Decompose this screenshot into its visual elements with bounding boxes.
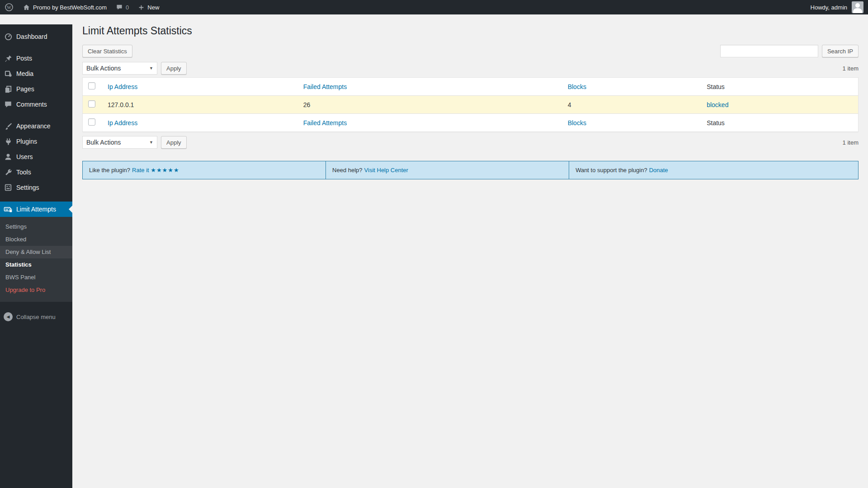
footer-checkbox-cell [83, 114, 104, 132]
cell-failed-attempts: 26 [299, 96, 563, 114]
submenu-item-blocked[interactable]: Blocked [0, 233, 72, 246]
sort-ip-address-link[interactable]: Ip Address [108, 83, 137, 90]
site-name-link[interactable]: Promo by BestWebSoft.com [18, 0, 111, 14]
admin-menu: Dashboard Posts Media Pages [0, 24, 72, 324]
home-icon [23, 4, 30, 11]
my-account-menu[interactable]: Howdy, admin [806, 0, 868, 14]
sidebar-item-label: Pages [16, 85, 34, 93]
apply-button-bottom[interactable]: Apply [161, 136, 187, 149]
avatar [852, 1, 863, 13]
sidebar-item-label: Media [16, 70, 33, 77]
submenu-item-statistics[interactable]: Statistics [0, 258, 72, 271]
admin-bar-left: W Promo by BestWebSoft.com 0 New [0, 0, 164, 14]
submenu-item-upgrade-to-pro[interactable]: Upgrade to Pro [0, 284, 72, 296]
submenu-item-deny-allow-list[interactable]: Deny & Allow List [0, 246, 72, 258]
sidebar-item-settings[interactable]: Settings [0, 180, 72, 195]
clear-statistics-button[interactable]: Clear Statistics [82, 45, 132, 57]
bulk-actions-select-bottom[interactable]: Bulk Actions [82, 136, 157, 149]
submenu-item-label: Settings [5, 223, 27, 230]
status-blocked-link[interactable]: blocked [707, 101, 728, 108]
sidebar-item-users[interactable]: Users [0, 149, 72, 164]
bulk-actions-select-wrap: Bulk Actions ▼ [82, 62, 157, 75]
search-ip-input[interactable] [720, 45, 818, 57]
new-content-menu[interactable]: New [133, 0, 164, 14]
submenu-item-label: Deny & Allow List [5, 249, 51, 255]
bulk-actions-select-wrap-bottom: Bulk Actions ▼ [82, 136, 157, 149]
sidebar-item-limit-attempts[interactable]: Limit Attempts [0, 202, 72, 217]
new-label: New [147, 4, 159, 11]
comments-menu[interactable]: 0 [111, 0, 133, 14]
submenu-item-label: BWS Panel [5, 274, 35, 281]
media-icon [4, 69, 13, 78]
menu-separator [0, 44, 72, 51]
apply-button[interactable]: Apply [161, 62, 187, 75]
svg-text:W: W [7, 5, 11, 10]
wordpress-logo-menu[interactable]: W [0, 0, 18, 14]
plus-icon [138, 4, 145, 11]
site-name-label: Promo by BestWebSoft.com [33, 4, 107, 11]
pushpin-icon [4, 54, 13, 63]
rate-it-link[interactable]: Rate it ★★★★★ [132, 167, 179, 174]
bulk-actions-group-bottom: Bulk Actions ▼ Apply [82, 136, 187, 149]
submenu-item-label: Blocked [5, 236, 26, 243]
search-area: Search IP [720, 45, 859, 57]
sidebar-item-comments[interactable]: Comments [0, 97, 72, 112]
table-row: 127.0.0.1 26 4 blocked [83, 96, 859, 114]
sort-blocks-link[interactable]: Blocks [568, 83, 586, 90]
promo-donate-box: Want to support the plugin? Donate [569, 161, 858, 179]
sidebar-item-media[interactable]: Media [0, 66, 72, 81]
footer-header-blocks: Blocks [563, 114, 703, 132]
submenu-item-bws-panel[interactable]: BWS Panel [0, 271, 72, 284]
rate-it-label: Rate it [132, 167, 149, 174]
collapse-menu-button[interactable]: ◀ Collapse menu [0, 309, 72, 324]
sidebar-item-label: Comments [16, 101, 47, 108]
sidebar-item-label: Appearance [16, 122, 51, 130]
table-header-row: Ip Address Failed Attempts Blocks Status [83, 78, 859, 96]
sidebar-item-appearance[interactable]: Appearance [0, 118, 72, 134]
admin-wrap: Dashboard Posts Media Pages [0, 24, 868, 488]
wordpress-logo-icon: W [5, 3, 14, 12]
sidebar-item-dashboard[interactable]: Dashboard [0, 29, 72, 44]
sidebar-item-label: Settings [16, 184, 39, 191]
column-header-failed-attempts: Failed Attempts [299, 78, 563, 96]
plug-icon [4, 137, 13, 146]
sidebar-item-label: Tools [16, 169, 31, 176]
bulk-actions-select[interactable]: Bulk Actions [82, 62, 157, 75]
menu-separator [0, 195, 72, 202]
row-checkbox[interactable] [88, 100, 95, 108]
header-checkbox-cell [83, 78, 104, 96]
table-footer-row: Ip Address Failed Attempts Blocks Status [83, 114, 859, 132]
submenu-item-settings[interactable]: Settings [0, 221, 72, 233]
select-all-checkbox[interactable] [88, 82, 95, 89]
sort-failed-attempts-link-bottom[interactable]: Failed Attempts [303, 119, 347, 127]
select-all-checkbox-bottom[interactable] [88, 118, 95, 126]
sidebar-item-label: Dashboard [16, 33, 47, 40]
menu-separator [0, 112, 72, 118]
visit-help-center-link[interactable]: Visit Help Center [364, 167, 408, 174]
column-header-ip-address: Ip Address [103, 78, 299, 96]
row-checkbox-cell [83, 96, 104, 114]
collapse-arrow-icon: ◀ [4, 312, 13, 321]
column-header-status: Status [702, 78, 858, 96]
admin-sidebar: Dashboard Posts Media Pages [0, 24, 72, 488]
sort-ip-address-link-bottom[interactable]: Ip Address [108, 119, 137, 127]
table-footer: Ip Address Failed Attempts Blocks Status [83, 114, 859, 132]
sidebar-item-posts[interactable]: Posts [0, 51, 72, 66]
sidebar-item-tools[interactable]: Tools [0, 164, 72, 180]
comment-bubble-icon [116, 4, 123, 11]
donate-link[interactable]: Donate [649, 167, 668, 174]
table-header: Ip Address Failed Attempts Blocks Status [83, 78, 859, 96]
sidebar-item-plugins[interactable]: Plugins [0, 134, 72, 149]
column-header-blocks: Blocks [563, 78, 703, 96]
sort-failed-attempts-link[interactable]: Failed Attempts [303, 83, 347, 90]
sidebar-item-pages[interactable]: Pages [0, 81, 72, 97]
item-count-bottom: 1 item [843, 139, 859, 146]
sidebar-item-label: Plugins [16, 138, 37, 145]
tablenav-bottom: Bulk Actions ▼ Apply 1 item [82, 136, 859, 149]
search-ip-button[interactable]: Search IP [822, 45, 859, 57]
wrench-icon [4, 168, 13, 177]
user-icon [4, 152, 13, 161]
sort-blocks-link-bottom[interactable]: Blocks [568, 119, 586, 127]
settings-icon [4, 183, 13, 192]
promo-help-text: Need help? [332, 167, 363, 174]
